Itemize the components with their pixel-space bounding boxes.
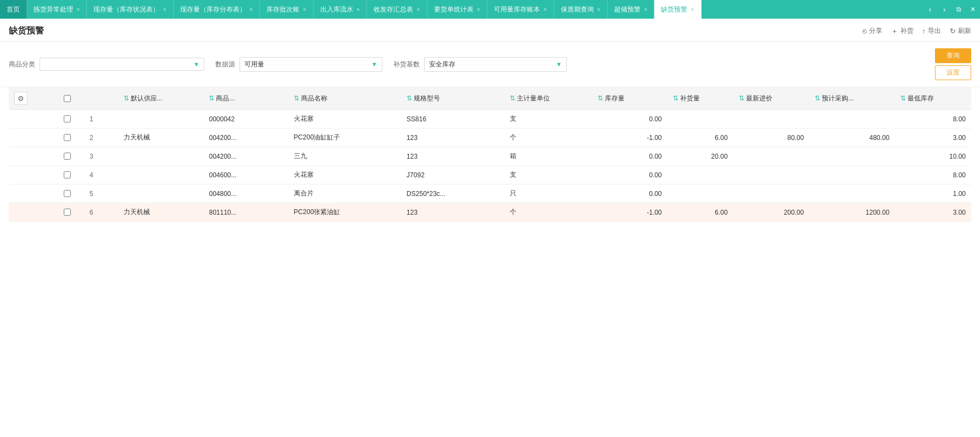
tab-available-ledger[interactable]: 可用量库存账本× [487,0,554,19]
tab-batch-account[interactable]: 库存批次账× [260,0,313,19]
share-btn[interactable]: ⎋ 分享 [862,26,882,36]
tab-receive-summary[interactable]: 收发存汇总表× [367,0,427,19]
cell-minstock-5: 3.00 [895,203,971,222]
tab-next-btn[interactable]: › [937,0,951,19]
cell-minstock-2: 10.00 [895,147,971,166]
tab-expiry-query[interactable]: 保质期查询× [554,0,608,19]
cell-check-1 [50,128,84,147]
cell-unit-5: 个 [504,203,592,222]
category-select[interactable]: ▼ [40,58,204,71]
col-replenish-header: ⇅ 补货量 [667,87,733,110]
cell-name-1: PC200油缸缸子 [288,128,402,147]
cell-estimate-5: 1200.00 [809,203,895,222]
tab-close-shortage[interactable]: × [691,6,694,13]
tab-order-stat[interactable]: 要货单统计表× [427,0,487,19]
tab-close-inventory-status[interactable]: × [163,6,166,13]
cell-replenish-4 [667,184,733,203]
tab-exception[interactable]: 拣货异常处理× [27,0,87,19]
cell-spec-4: DS250*23c... [401,184,504,203]
replenish-btn[interactable]: ＋ 补货 [891,26,914,36]
tab-label-shortage: 缺货预警 [661,5,687,14]
tab-close-exception[interactable]: × [76,6,80,13]
replenish-base-arrow-icon: ▼ [556,61,562,68]
tab-bar: 首页拣货异常处理×现存量（库存状况表）×现存量（库存分布表）×库存批次账×出入库… [0,0,980,19]
row-checkbox-0[interactable] [64,115,71,122]
cell-num-2: 3 [84,147,118,166]
export-btn[interactable]: ↑ 导出 [922,26,942,36]
tab-close-inout-flow[interactable]: × [357,6,360,13]
row-checkbox-1[interactable] [64,134,71,141]
table-row: 4 004600... 火花塞 J7092 支 0.00 8.00 [9,166,971,184]
cell-replenish-2: 20.00 [667,147,733,166]
cell-replenish-1: 6.00 [667,128,733,147]
table-row: 5 004800... 离合片 DS250*23c... 只 0.00 1.00 [9,184,971,203]
row-checkbox-3[interactable] [64,171,71,178]
cell-check-5 [50,203,84,222]
row-checkbox-5[interactable] [64,209,71,216]
cell-num-4: 5 [84,184,118,203]
refresh-btn[interactable]: ↻ 刷新 [950,26,971,36]
cell-check-4 [50,184,84,203]
replenish-base-select[interactable]: 安全库存 ▼ [424,57,567,72]
table-header: ⚙ ⇅ 默认供应... [9,87,971,110]
query-button[interactable]: 查询 [935,48,971,63]
datasource-select[interactable]: 可用量 ▼ [240,57,382,72]
tab-label-home: 首页 [7,5,20,14]
page-container: 缺货预警 ⎋ 分享 ＋ 补货 ↑ 导出 ↻ 刷新 商品分类 [0,19,980,437]
tab-label-available-ledger: 可用量库存账本 [494,5,540,14]
col-check [50,87,84,110]
tab-close-expiry-query[interactable]: × [597,6,600,13]
tab-close-inventory-dist[interactable]: × [249,6,253,13]
cell-price-1: 80.00 [733,128,810,147]
cell-code-0: 0000042 [203,110,288,128]
cell-settings-3 [9,166,50,184]
cell-unit-1: 个 [504,128,592,147]
tab-shortage[interactable]: 缺货预警× [654,0,701,19]
tab-label-order-stat: 要货单统计表 [434,5,474,14]
tab-home[interactable]: 首页 [0,0,27,19]
table-gear-btn[interactable]: ⚙ [14,92,27,105]
tab-close-receive-summary[interactable]: × [416,6,420,13]
sort-icon: ⇅ [815,94,820,102]
page-title: 缺货预警 [9,25,862,37]
tab-overstock[interactable]: 超储预警× [608,0,654,19]
cell-spec-0: SS816 [401,110,504,128]
replenish-icon: ＋ [891,26,898,36]
tab-inventory-dist[interactable]: 现存量（库存分布表）× [174,0,260,19]
select-all-checkbox[interactable] [64,95,71,102]
table-container: ⚙ ⇅ 默认供应... [0,87,980,222]
tab-label-overstock: 超储预警 [614,5,641,14]
cell-name-2: 三九 [288,147,402,166]
tab-inout-flow[interactable]: 出入库流水× [314,0,367,19]
cell-stock-3: 0.00 [592,166,667,184]
cell-name-3: 火花塞 [288,166,402,184]
filter-row: 商品分类 ▼ 数据源 可用量 ▼ 补货基数 安全库存 ▼ 查询 设置 [0,42,980,87]
settings-button[interactable]: 设置 [935,65,971,80]
col-minstock-header: ⇅ 最低库存 [895,87,971,110]
cell-settings-2 [9,147,50,166]
sort-icon: ⇅ [739,94,744,102]
tab-close-overstock[interactable]: × [644,6,647,13]
col-estimate-header: ⇅ 预计采购... [809,87,895,110]
tab-inventory-status[interactable]: 现存量（库存状况表）× [87,0,173,19]
tab-close-available-ledger[interactable]: × [543,6,547,13]
cell-spec-3: J7092 [401,166,504,184]
row-checkbox-4[interactable] [64,190,71,197]
cell-unit-2: 箱 [504,147,592,166]
sort-icon: ⇅ [294,94,299,102]
sort-icon: ⇅ [209,94,214,102]
category-value [44,60,46,68]
cell-code-5: 801110... [203,203,288,222]
tab-restore-btn[interactable]: ⧉ [951,0,966,19]
data-table: ⚙ ⇅ 默认供应... [9,87,971,222]
tab-close-all-btn[interactable]: ✕ [966,0,980,19]
tab-close-batch-account[interactable]: × [303,6,306,13]
cell-estimate-0 [809,110,895,128]
share-icon: ⎋ [862,27,867,35]
cell-num-1: 2 [84,128,118,147]
row-checkbox-2[interactable] [64,153,71,160]
tab-close-order-stat[interactable]: × [477,6,480,13]
tab-prev-btn[interactable]: ‹ [923,0,937,19]
sort-icon: ⇅ [673,94,678,102]
datasource-label: 数据源 [215,60,235,69]
